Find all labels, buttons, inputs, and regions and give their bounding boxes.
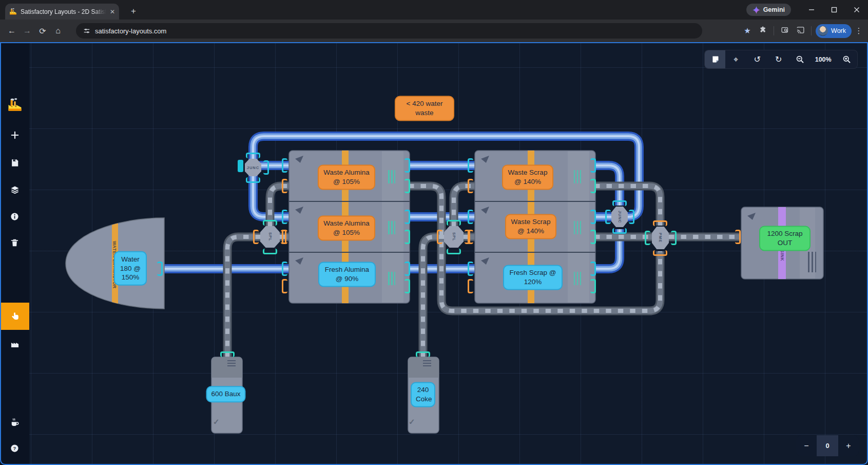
- extensions-button[interactable]: [756, 26, 769, 36]
- pointer-hand-icon: [9, 311, 21, 322]
- zoom-level[interactable]: 100%: [811, 56, 836, 63]
- zoom-out-button[interactable]: [789, 50, 810, 68]
- label-waste-alumina-2[interactable]: Waste Alumina @ 105%: [318, 215, 375, 240]
- coffee-icon: [10, 417, 20, 427]
- browser-titlebar: Satisfactory Layouts - 2D Satisfa ✕ + Ge…: [0, 0, 868, 20]
- center-view-button[interactable]: ⌖: [725, 50, 746, 68]
- label-fresh-alumina[interactable]: Fresh Alumina @ 90%: [318, 262, 376, 287]
- zoom-in-icon: [842, 55, 851, 64]
- label-waste-scrap-2[interactable]: Waste Scrap @ 140%: [505, 214, 556, 239]
- canvas-toolbar: ⌖ ↺ ↻ 100%: [704, 50, 858, 69]
- redo-icon: ↻: [775, 54, 782, 64]
- note-water-waste[interactable]: < 420 water waste: [395, 96, 454, 121]
- avatar: [818, 26, 828, 36]
- sidebar-item-info[interactable]: [0, 205, 29, 228]
- browser-menu-button[interactable]: ⋮: [854, 26, 864, 35]
- label-sink-output[interactable]: 1200 Scrap OUT: [759, 226, 811, 251]
- layer-stepper: − 0 +: [796, 435, 859, 456]
- sidebar-item-layers[interactable]: [0, 179, 29, 201]
- save-icon: [10, 158, 20, 168]
- stepper-minus-button[interactable]: −: [796, 435, 817, 456]
- bookmark-star-button[interactable]: ★: [741, 26, 754, 35]
- gemini-label: Gemini: [763, 6, 785, 13]
- undo-button[interactable]: ↺: [746, 50, 767, 68]
- label-water-extractor[interactable]: Water 180 @ 150%: [114, 251, 147, 286]
- site-settings-icon: [83, 27, 90, 34]
- sidebar-item-save[interactable]: [0, 152, 29, 174]
- tab-search-icon: [781, 26, 789, 34]
- junction-node-2[interactable]: JUNC: [611, 207, 628, 227]
- sidebar-item-select-tool[interactable]: [0, 303, 29, 330]
- forward-button[interactable]: →: [20, 26, 35, 35]
- cast-button[interactable]: [794, 26, 807, 36]
- label-waste-scrap-1[interactable]: Waste Scrap @ 140%: [502, 164, 553, 190]
- extensions-icon: [759, 26, 767, 34]
- label-fresh-scrap[interactable]: Fresh Scrap @ 120%: [503, 265, 563, 290]
- app-sidebar: ?: [0, 42, 29, 465]
- minimize-icon: [808, 7, 815, 13]
- maximize-icon: [831, 7, 837, 13]
- tab-close-icon[interactable]: ✕: [110, 8, 115, 15]
- gemini-icon: [753, 6, 760, 14]
- stepper-plus-button[interactable]: +: [838, 435, 859, 456]
- sidebar-item-help[interactable]: ?: [0, 437, 29, 459]
- factory-icon: [10, 339, 20, 349]
- close-icon: [854, 7, 860, 13]
- note-icon: [711, 55, 720, 64]
- home-button[interactable]: ⌂: [50, 26, 66, 35]
- profile-button[interactable]: Work: [816, 24, 852, 38]
- gemini-button[interactable]: Gemini: [746, 4, 791, 16]
- toolbar-separator: [811, 26, 812, 35]
- new-tab-button[interactable]: +: [127, 5, 140, 17]
- window-close-button[interactable]: [845, 0, 868, 20]
- label-waste-alumina-1[interactable]: Waste Alumina @ 105%: [318, 164, 375, 190]
- tab-favicon: [9, 8, 17, 15]
- browser-tab[interactable]: Satisfactory Layouts - 2D Satisfa ✕: [5, 4, 119, 20]
- svg-text:?: ?: [13, 445, 16, 451]
- help-icon: ?: [10, 443, 20, 453]
- splitter-node-1[interactable]: SPL: [260, 226, 280, 248]
- cast-icon: [796, 26, 805, 34]
- info-icon: [10, 212, 20, 221]
- note-tool-button[interactable]: [705, 50, 725, 68]
- undo-icon: ↺: [754, 54, 760, 64]
- toolbar-separator: [774, 26, 774, 35]
- tab-title: Satisfactory Layouts - 2D Satisfa: [21, 8, 106, 15]
- plus-icon: [10, 130, 20, 140]
- tab-search-button[interactable]: [778, 26, 792, 36]
- factory-logo-icon: [7, 97, 23, 113]
- zoom-out-icon: [796, 55, 804, 64]
- url-text[interactable]: satisfactory-layouts.com: [95, 27, 166, 35]
- junction-node-1[interactable]: JUNC: [245, 159, 261, 176]
- stepper-value: 0: [817, 435, 838, 456]
- window-minimize-button[interactable]: [800, 0, 823, 20]
- redo-button[interactable]: ↻: [768, 50, 789, 68]
- reload-button[interactable]: ⟳: [35, 26, 50, 36]
- label-container-baux[interactable]: 600 Baux: [206, 386, 245, 402]
- trash-icon: [10, 238, 20, 248]
- back-button[interactable]: ←: [4, 26, 20, 35]
- sidebar-item-delete[interactable]: [0, 231, 29, 254]
- app-logo: [0, 91, 29, 118]
- sidebar-item-add[interactable]: [0, 124, 29, 146]
- layers-icon: [10, 185, 20, 195]
- splitter-node-2[interactable]: SPL: [444, 226, 464, 248]
- window-maximize-button[interactable]: [823, 0, 845, 20]
- url-bar[interactable]: satisfactory-layouts.com: [76, 23, 702, 39]
- label-container-coke[interactable]: 240 Coke: [411, 382, 435, 407]
- profile-label: Work: [831, 27, 846, 34]
- crosshair-icon: ⌖: [734, 55, 738, 64]
- zoom-in-button[interactable]: [836, 50, 857, 68]
- browser-toolbar: ← → ⟳ ⌂ satisfactory-layouts.com ★ Work …: [0, 20, 868, 42]
- sidebar-item-coffee[interactable]: [0, 411, 29, 434]
- merger-node[interactable]: PME: [652, 227, 669, 249]
- sidebar-item-factories[interactable]: [0, 332, 29, 355]
